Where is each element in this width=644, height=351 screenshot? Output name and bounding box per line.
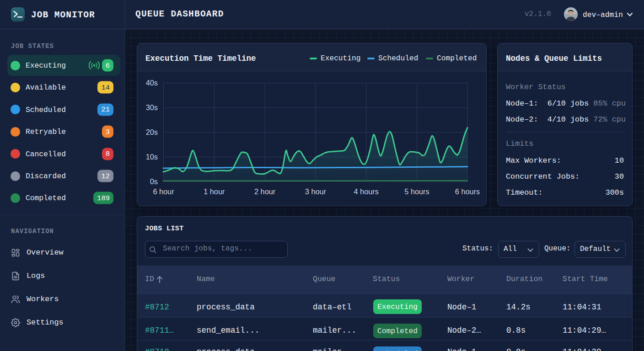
- svg-text:6 hour: 6 hour: [153, 187, 174, 196]
- svg-text:30s: 30s: [146, 103, 158, 112]
- svg-text:4 hours: 4 hours: [354, 187, 379, 196]
- svg-text:2 hour: 2 hour: [254, 187, 276, 196]
- svg-text:5 hours: 5 hours: [404, 187, 429, 196]
- svg-text:3 hour: 3 hour: [305, 187, 327, 196]
- svg-text:20s: 20s: [146, 128, 158, 136]
- svg-text:40s: 40s: [146, 79, 158, 87]
- svg-text:10s: 10s: [146, 153, 158, 161]
- svg-text:1 hour: 1 hour: [204, 187, 225, 196]
- svg-text:0s: 0s: [150, 177, 158, 186]
- svg-text:6 hours: 6 hours: [455, 187, 480, 196]
